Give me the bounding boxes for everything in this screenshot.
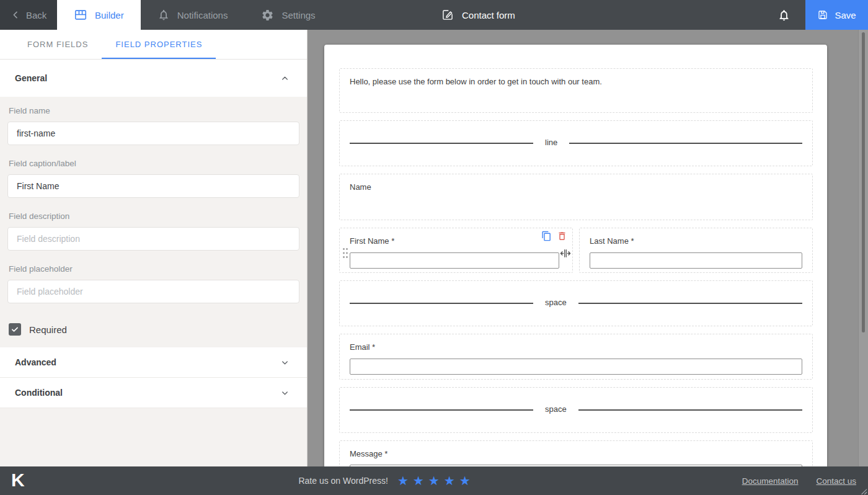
footer-bar: K Rate us on WordPress! ★ ★ ★ ★ ★ Docume… [0, 466, 868, 495]
bell-icon [777, 9, 790, 22]
field-placeholder-input[interactable] [7, 280, 299, 303]
footer-links: Documentation Contact us [742, 466, 856, 495]
form-preview-card: Hello, please use the form below in orde… [324, 45, 827, 466]
required-row: Required [9, 323, 298, 336]
sidebar-tabs: FORM FIELDS FIELD PROPERTIES [0, 30, 307, 60]
accordion-advanced-title: Advanced [15, 357, 56, 367]
vertical-scrollbar[interactable] [858, 30, 868, 466]
back-label: Back [26, 10, 46, 20]
last-name-label: Last Name * [590, 236, 802, 246]
message-label: Message * [350, 449, 802, 458]
check-icon [11, 325, 19, 334]
scrollbar-thumb[interactable] [862, 32, 865, 332]
bell-icon [157, 9, 170, 21]
email-block[interactable]: Email * [339, 334, 813, 380]
notification-bell-button[interactable] [777, 0, 790, 30]
required-checkbox[interactable] [9, 323, 21, 336]
form-canvas: Hello, please use the form below in orde… [308, 30, 868, 466]
heading-text: Name [350, 182, 371, 192]
duplicate-icon[interactable] [541, 231, 552, 241]
rate-group: Rate us on WordPress! ★ ★ ★ ★ ★ [298, 466, 470, 495]
builder-icon [74, 8, 87, 22]
intro-text: Hello, please use the form below in orde… [350, 77, 602, 86]
space-divider-block[interactable]: space [339, 387, 813, 433]
tab-settings-label: Settings [281, 10, 315, 20]
form-title-group: Contact form [441, 0, 515, 30]
text-block[interactable]: Hello, please use the form below in orde… [339, 68, 813, 113]
tab-settings[interactable]: Settings [244, 0, 332, 30]
required-label: Required [29, 324, 67, 335]
accordion-general[interactable]: General [0, 60, 307, 97]
contact-us-link[interactable]: Contact us [816, 476, 856, 486]
space-divider-label: space [545, 298, 567, 307]
documentation-link[interactable]: Documentation [742, 476, 799, 486]
field-caption-label: Field caption/label [9, 159, 298, 168]
accordion-advanced[interactable]: Advanced [0, 347, 307, 378]
kali-forms-logo: K [11, 470, 25, 491]
field-description-label: Field description [9, 212, 298, 221]
trash-icon[interactable] [557, 231, 567, 241]
field-placeholder-label: Field placeholder [9, 264, 298, 274]
chevron-left-icon [11, 10, 20, 20]
drag-handle-icon[interactable] [342, 248, 348, 259]
gear-icon [261, 9, 274, 22]
divider-line-left [350, 143, 533, 144]
save-button[interactable]: Save [805, 0, 868, 30]
star-icon[interactable]: ★ [444, 475, 455, 487]
divider-line-right [578, 303, 802, 304]
resize-grip-icon[interactable] [858, 486, 867, 495]
top-bar: Back Builder Notifications Settings Cont… [0, 0, 868, 30]
field-caption-input[interactable] [7, 174, 299, 198]
block-controls [541, 231, 567, 241]
field-name-label: Field name [9, 106, 298, 115]
save-icon [817, 9, 828, 20]
chevron-down-icon [280, 388, 290, 398]
properties-sidebar: FORM FIELDS FIELD PROPERTIES General Fie… [0, 30, 308, 466]
accordion-conditional-title: Conditional [15, 388, 63, 398]
back-button[interactable]: Back [0, 0, 57, 30]
save-label: Save [835, 10, 856, 20]
divider-line-right [569, 143, 802, 144]
general-panel: Field name Field caption/label Field des… [0, 106, 307, 347]
tab-form-fields[interactable]: FORM FIELDS [14, 30, 102, 59]
divider-line-left [350, 303, 533, 304]
last-name-input[interactable] [590, 252, 802, 269]
edit-icon[interactable] [441, 9, 454, 21]
chevron-up-icon [280, 74, 290, 83]
rating-stars: ★ ★ ★ ★ ★ [397, 475, 471, 487]
resize-handle-icon[interactable] [560, 249, 571, 258]
tab-notifications[interactable]: Notifications [141, 0, 245, 30]
tab-builder-label: Builder [95, 10, 124, 20]
star-icon[interactable]: ★ [428, 475, 440, 487]
field-description-input[interactable] [7, 227, 299, 251]
space-divider-block[interactable]: space [339, 280, 813, 326]
first-name-input[interactable] [350, 252, 559, 269]
tab-field-properties[interactable]: FIELD PROPERTIES [102, 30, 216, 59]
email-label: Email * [350, 342, 802, 352]
space-divider-label: space [545, 404, 567, 414]
message-block[interactable]: Message * [339, 440, 813, 466]
first-name-label: First Name * [350, 236, 562, 246]
first-name-block[interactable]: First Name * [339, 228, 573, 273]
star-icon[interactable]: ★ [459, 475, 471, 487]
last-name-block[interactable]: Last Name * [579, 228, 813, 273]
star-icon[interactable]: ★ [397, 475, 409, 487]
name-fields-row: First Name * Last Name [339, 228, 813, 273]
line-divider-label: line [545, 138, 557, 147]
star-icon[interactable]: ★ [413, 475, 424, 487]
tab-builder[interactable]: Builder [57, 0, 141, 30]
form-title[interactable]: Contact form [462, 10, 515, 20]
accordion-conditional[interactable]: Conditional [0, 378, 307, 408]
accordion-general-title: General [15, 73, 47, 83]
line-divider-block[interactable]: line [339, 120, 813, 166]
rate-text: Rate us on WordPress! [298, 476, 388, 486]
divider-line-left [350, 409, 533, 411]
divider-line-right [578, 409, 802, 411]
field-name-input[interactable] [7, 122, 299, 145]
tab-notifications-label: Notifications [177, 10, 228, 20]
chevron-down-icon [280, 358, 290, 367]
email-input[interactable] [350, 359, 802, 375]
heading-block[interactable]: Name [339, 174, 813, 220]
